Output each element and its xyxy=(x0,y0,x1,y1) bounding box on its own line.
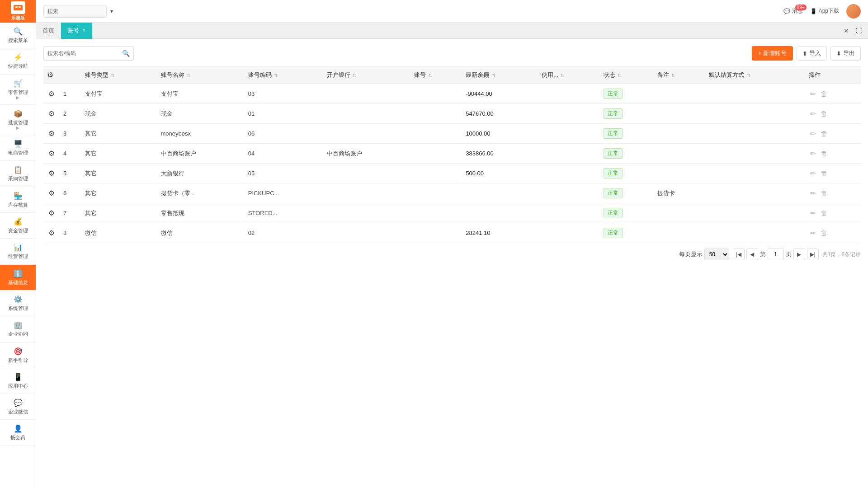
edit-icon-5[interactable]: ✏ xyxy=(810,189,816,197)
row-remark-0 xyxy=(654,84,705,104)
sidebar-item-wechat[interactable]: 💬 企业微信 xyxy=(0,394,36,420)
row-settings-3[interactable]: ⚙ xyxy=(43,144,60,164)
tab-home[interactable]: 首页 xyxy=(36,23,61,39)
col-default-payment[interactable]: 默认结算方式 ⇅ xyxy=(705,66,805,84)
row-settings-5[interactable]: ⚙ xyxy=(43,183,60,203)
sidebar-item-basic[interactable]: ℹ️ 基础信息 xyxy=(0,265,36,291)
sidebar-item-member[interactable]: 👤 畅会员 xyxy=(0,420,36,446)
delete-icon-0[interactable]: 🗑 xyxy=(821,90,827,98)
sidebar-item-system[interactable]: ⚙️ 系统管理 xyxy=(0,291,36,316)
row-settings-2[interactable]: ⚙ xyxy=(43,124,60,144)
accounts-table: ⚙ 账号类型 ⇅ 账号名称 ⇅ 账号编码 ⇅ 开户银行 ⇅ 账号 ⇅ 最新余额 … xyxy=(43,66,861,243)
sidebar-item-inventory[interactable]: 🏪 库存核算 xyxy=(0,187,36,213)
row-usage-6 xyxy=(538,203,600,223)
row-status-0: 正常 xyxy=(600,84,654,104)
table-row: ⚙ 8 微信 微信 02 28241.10 正常 ✏ 🗑 xyxy=(43,223,861,243)
row-bank-7 xyxy=(323,223,410,243)
row-settings-6[interactable]: ⚙ xyxy=(43,203,60,223)
sidebar-item-retail[interactable]: 🛒 零售管理 ▶ xyxy=(0,75,36,105)
sidebar-item-purchase[interactable]: 📋 采购管理 xyxy=(0,161,36,187)
row-settings-4[interactable]: ⚙ xyxy=(43,164,60,183)
app-download-button[interactable]: 📱 App下载 xyxy=(810,7,839,15)
sidebar-item-ecommerce[interactable]: 🖥️ 电商管理 xyxy=(0,135,36,161)
sidebar-item-search[interactable]: 🔍 搜索菜单 xyxy=(0,23,36,48)
tabbar: 首页 账号 ✕ ✕ ⛶ xyxy=(36,23,868,39)
delete-icon-3[interactable]: 🗑 xyxy=(821,150,827,157)
edit-icon-7[interactable]: ✏ xyxy=(810,229,816,237)
edit-icon-1[interactable]: ✏ xyxy=(810,110,816,117)
delete-icon-7[interactable]: 🗑 xyxy=(821,229,827,237)
last-page-button[interactable]: ▶| xyxy=(807,249,819,260)
delete-icon-2[interactable]: 🗑 xyxy=(821,130,827,137)
delete-icon-4[interactable]: 🗑 xyxy=(821,169,827,177)
col-usage[interactable]: 使用... ⇅ xyxy=(538,66,600,84)
topbar-dropdown[interactable]: ▾ xyxy=(110,8,113,14)
per-page-select[interactable]: 50 100 xyxy=(704,249,729,260)
col-bank[interactable]: 开户银行 ⇅ xyxy=(323,66,410,84)
tab-account[interactable]: 账号 ✕ xyxy=(61,23,93,39)
row-settings-1[interactable]: ⚙ xyxy=(43,104,60,124)
page-total-info: 共1页，8条记录 xyxy=(822,251,861,258)
toolbar-right: + 新增账号 ⬆ 导入 ⬇ 导出 xyxy=(752,46,861,61)
row-action-1: ✏ 🗑 xyxy=(805,104,861,124)
edit-icon-6[interactable]: ✏ xyxy=(810,209,816,217)
tab-account-close[interactable]: ✕ xyxy=(82,28,86,33)
prev-page-button[interactable]: ◀ xyxy=(746,249,758,260)
row-num-6: 7 xyxy=(60,203,81,223)
message-button[interactable]: 💬 消息 99+ xyxy=(783,7,803,15)
sidebar-item-shortcut[interactable]: ⚡ 快捷导航 xyxy=(0,48,36,74)
row-account-5 xyxy=(410,183,462,203)
finance-icon: 💰 xyxy=(14,217,23,226)
sidebar-item-operations[interactable]: 📊 经营管理 xyxy=(0,239,36,264)
logo-icon xyxy=(11,1,25,14)
new-account-button[interactable]: + 新增账号 xyxy=(752,46,793,61)
sidebar-item-enterprise[interactable]: 🏢 企业协同 xyxy=(0,316,36,342)
row-settings-0[interactable]: ⚙ xyxy=(43,84,60,104)
chevron-right-icon: ▶ xyxy=(16,126,19,130)
edit-icon-4[interactable]: ✏ xyxy=(810,169,816,177)
purchase-icon: 📋 xyxy=(14,165,23,174)
page-number-input[interactable] xyxy=(768,249,784,260)
search-icon[interactable]: 🔍 xyxy=(122,50,130,57)
col-code[interactable]: 账号编码 ⇅ xyxy=(245,66,323,84)
app-logo: 乐惠版 xyxy=(0,0,36,23)
col-type[interactable]: 账号类型 ⇅ xyxy=(81,66,157,84)
col-balance[interactable]: 最新余额 ⇅ xyxy=(462,66,538,84)
delete-icon-5[interactable]: 🗑 xyxy=(821,189,827,197)
delete-icon-6[interactable]: 🗑 xyxy=(821,209,827,217)
edit-icon-3[interactable]: ✏ xyxy=(810,150,816,157)
sidebar-item-finance[interactable]: 💰 资金管理 xyxy=(0,213,36,239)
col-account[interactable]: 账号 ⇅ xyxy=(410,66,462,84)
page-suffix: 页 xyxy=(786,250,792,258)
row-usage-3 xyxy=(538,144,600,164)
row-name-4: 大新银行 xyxy=(157,164,245,183)
col-name[interactable]: 账号名称 ⇅ xyxy=(157,66,245,84)
sidebar-item-app_center[interactable]: 📱 应用中心 xyxy=(0,368,36,394)
row-default-payment-0 xyxy=(705,84,805,104)
row-settings-7[interactable]: ⚙ xyxy=(43,223,60,243)
edit-icon-0[interactable]: ✏ xyxy=(810,90,816,98)
row-usage-7 xyxy=(538,223,600,243)
next-page-button[interactable]: ▶ xyxy=(793,249,805,260)
col-action: 操作 xyxy=(805,66,861,84)
topbar-search-input[interactable] xyxy=(43,5,107,18)
user-avatar[interactable] xyxy=(846,4,861,19)
delete-icon-1[interactable]: 🗑 xyxy=(821,110,827,117)
tab-expand-button[interactable]: ⛶ xyxy=(854,25,864,36)
system-icon: ⚙️ xyxy=(14,295,23,304)
sidebar-item-wholesale[interactable]: 📦 批发管理 ▶ xyxy=(0,105,36,135)
export-button[interactable]: ⬇ 导出 xyxy=(830,46,861,61)
row-account-3 xyxy=(410,144,462,164)
row-code-4: 05 xyxy=(245,164,323,183)
col-status[interactable]: 状态 ⇅ xyxy=(600,66,654,84)
import-button[interactable]: ⬆ 导入 xyxy=(797,46,827,61)
edit-icon-2[interactable]: ✏ xyxy=(810,130,816,137)
first-page-button[interactable]: |◀ xyxy=(733,249,745,260)
search-input[interactable] xyxy=(47,50,122,56)
sidebar-item-label: 经营管理 xyxy=(8,253,28,259)
tab-close-all-button[interactable]: ✕ xyxy=(841,25,852,36)
row-remark-7 xyxy=(654,223,705,243)
col-remark[interactable]: 备注 ⇅ xyxy=(654,66,705,84)
row-action-0: ✏ 🗑 xyxy=(805,84,861,104)
sidebar-item-guide[interactable]: 🎯 新手引导 xyxy=(0,343,36,368)
